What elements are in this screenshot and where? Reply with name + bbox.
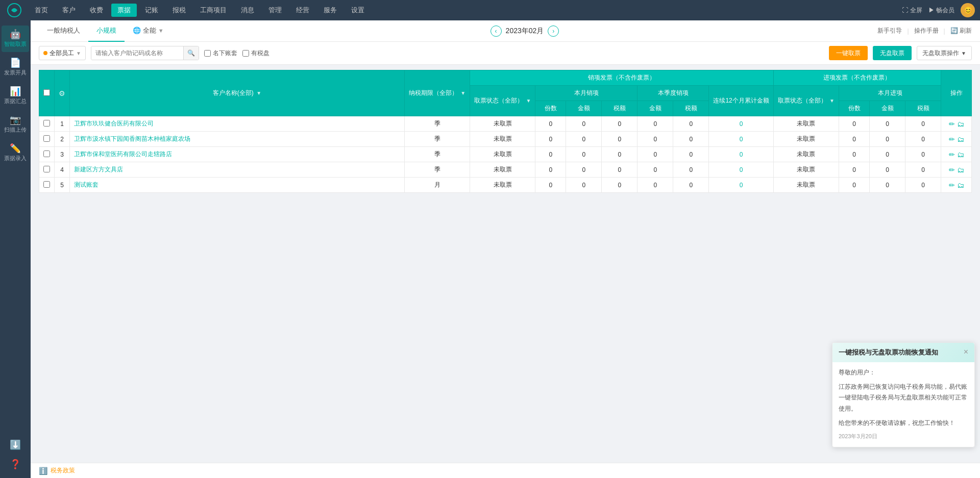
select-all-checkbox[interactable] [43, 89, 50, 96]
date-next-btn[interactable]: › [548, 26, 559, 37]
manual-btn[interactable]: 操作手册 [914, 27, 939, 35]
row-checkbox[interactable] [39, 178, 55, 193]
guide-btn[interactable]: 新手引导 [877, 27, 902, 35]
edit-icon[interactable]: ✏ [949, 181, 955, 189]
checkbox-tax-disk-input[interactable] [242, 50, 249, 57]
no-disk-ops-dropdown-icon[interactable]: ▼ [961, 51, 966, 56]
employee-dropdown-icon[interactable]: ▼ [76, 51, 81, 56]
nav-business[interactable]: 工商项目 [194, 4, 233, 17]
view-icon[interactable]: 🗂 [957, 150, 964, 159]
checkbox-tax-disk[interactable]: 有税盘 [242, 49, 270, 58]
sidebar-item-download[interactable]: ⬇️ [2, 436, 29, 454]
row-sales-status: 未取票 [470, 178, 535, 193]
row-cumulative-amount: 0 [709, 116, 773, 132]
sidebar-item-invoice-open[interactable]: 📄 发票开具 [2, 54, 29, 81]
no-disk-ops-button[interactable]: 无盘取票操作 ▼ [917, 46, 972, 60]
all-tab-dropdown-icon[interactable]: ▼ [158, 28, 164, 34]
row-purchase-month-tax: 0 [905, 132, 941, 147]
checkbox-account-set[interactable]: 名下账套 [204, 49, 237, 58]
tax-policy-link[interactable]: 税务政策 [51, 466, 75, 475]
nav-operation[interactable]: 经营 [290, 4, 315, 17]
search-input[interactable] [91, 46, 183, 60]
row-sales-quarter-amount: 0 [638, 116, 673, 132]
row-no: 2 [55, 132, 70, 147]
th-purchase-month-count: 份数 [839, 101, 870, 116]
nav-settings[interactable]: 设置 [345, 4, 371, 17]
view-icon[interactable]: 🗂 [957, 135, 964, 143]
employee-select[interactable]: 全部员工 ▼ [39, 46, 86, 60]
nav-customer[interactable]: 客户 [56, 4, 82, 17]
purchase-fetch-filter-icon[interactable]: ▼ [829, 98, 835, 104]
row-purchase-month-count: 0 [839, 162, 870, 178]
nav-fee[interactable]: 收费 [84, 4, 109, 17]
edit-icon[interactable]: ✏ [949, 166, 955, 174]
th-settings: ⚙ [55, 70, 70, 116]
view-icon[interactable]: 🗂 [957, 166, 964, 174]
invoice-entry-icon: ✏️ [10, 144, 21, 153]
row-tax-period: 季 [404, 162, 470, 178]
checkbox-account-set-input[interactable] [204, 50, 211, 57]
row-actions: ✏ 🗂 [941, 162, 972, 178]
nav-manage[interactable]: 管理 [262, 4, 288, 17]
row-tax-period: 季 [404, 116, 470, 132]
user-avatar[interactable]: 😊 [961, 3, 975, 17]
row-tax-period: 月 [404, 178, 470, 193]
refresh-btn[interactable]: 🔄 刷新 [950, 27, 972, 35]
download-icon: ⬇️ [10, 440, 21, 449]
sidebar-item-invoice-summary[interactable]: 📊 票据汇总 [2, 83, 29, 109]
nav-tax[interactable]: 报税 [166, 4, 192, 17]
checkbox-account-set-label: 名下账套 [213, 49, 237, 58]
table-settings-icon[interactable]: ⚙ [59, 89, 65, 97]
notification-close-btn[interactable]: × [964, 348, 968, 356]
view-icon[interactable]: 🗂 [957, 181, 964, 189]
row-sales-quarter-tax: 0 [673, 132, 709, 147]
row-sales-month-count: 0 [535, 178, 566, 193]
sales-fetch-filter-icon[interactable]: ▼ [526, 98, 531, 104]
row-sales-month-tax: 0 [602, 116, 638, 132]
row-purchase-month-count: 0 [839, 132, 870, 147]
invoice-open-icon: 📄 [10, 58, 21, 67]
edit-icon[interactable]: ✏ [949, 135, 955, 143]
checkbox-tax-disk-label: 有税盘 [251, 49, 270, 58]
edit-icon[interactable]: ✏ [949, 120, 955, 128]
one-click-fetch-button[interactable]: 一键取票 [829, 46, 868, 60]
nav-accounting[interactable]: 记账 [139, 4, 164, 17]
customer-filter-icon[interactable]: ▼ [256, 90, 261, 96]
row-checkbox[interactable] [39, 147, 55, 162]
employee-label: 全部员工 [50, 49, 74, 58]
tax-period-filter-icon[interactable]: ▼ [460, 90, 465, 96]
tab-all[interactable]: 🌐 全能 ▼ [125, 20, 172, 42]
vip-btn[interactable]: ▶ 畅会员 [928, 6, 954, 15]
sidebar-item-invoice-entry-label: 票据录入 [4, 155, 27, 162]
row-cumulative-amount: 0 [709, 147, 773, 162]
nav-service[interactable]: 服务 [317, 4, 343, 17]
row-customer-name: 卫辉市玖玖健合医药有限公司 [70, 116, 405, 132]
th-purchase-month-tax: 税额 [905, 101, 941, 116]
row-sales-quarter-amount: 0 [638, 132, 673, 147]
date-prev-btn[interactable]: ‹ [491, 26, 502, 37]
table-row: 2 卫辉市汲水镇下园闻香阁苗木种植家庭农场 季 未取票 0 0 0 0 0 0 … [39, 132, 972, 147]
row-checkbox[interactable] [39, 162, 55, 178]
sidebar-item-help[interactable]: ❓ [2, 456, 29, 473]
nav-message[interactable]: 消息 [235, 4, 260, 17]
edit-icon[interactable]: ✏ [949, 150, 955, 159]
tab-general-taxpayer[interactable]: 一般纳税人 [39, 20, 88, 42]
row-purchase-status: 未取票 [773, 116, 839, 132]
nav-home[interactable]: 首页 [29, 4, 54, 17]
row-checkbox[interactable] [39, 132, 55, 147]
row-checkbox[interactable] [39, 116, 55, 132]
row-actions: ✏ 🗂 [941, 132, 972, 147]
view-icon[interactable]: 🗂 [957, 120, 964, 128]
table-row: 1 卫辉市玖玖健合医药有限公司 季 未取票 0 0 0 0 0 0 未取票 0 … [39, 116, 972, 132]
toolbar: 全部员工 ▼ 🔍 名下账套 有税盘 一键取票 无盘取票 无盘取票操作 ▼ [31, 42, 980, 65]
row-purchase-status: 未取票 [773, 162, 839, 178]
no-disk-fetch-button[interactable]: 无盘取票 [873, 46, 912, 60]
tab-small-scale[interactable]: 小规模 [88, 20, 125, 42]
search-button[interactable]: 🔍 [183, 46, 199, 60]
sidebar-item-smart-fetch[interactable]: 🤖 智能取票 [2, 26, 29, 52]
nav-invoice[interactable]: 票据 [111, 4, 137, 17]
sidebar-item-invoice-entry[interactable]: ✏️ 票据录入 [2, 140, 29, 166]
th-customer-name: 客户名称(全部) ▼ [70, 70, 405, 116]
fullscreen-btn[interactable]: ⛶ 全屏 [902, 6, 922, 15]
sidebar-item-scan-upload[interactable]: 📷 扫描上传 [2, 111, 29, 138]
